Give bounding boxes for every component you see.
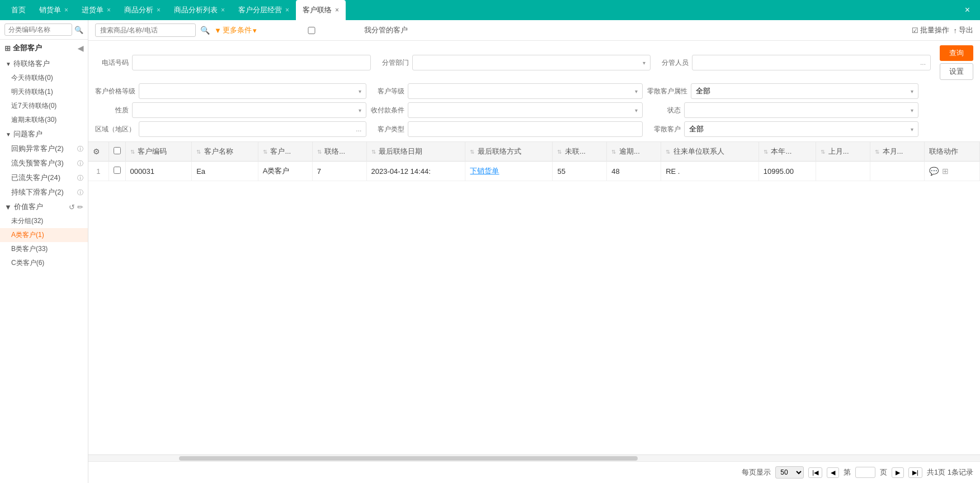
customer-code: 000031: [125, 162, 192, 181]
sidebar-item-c-class[interactable]: C类客户(6): [0, 256, 88, 270]
close-sales-tab-icon[interactable]: ×: [64, 6, 68, 14]
sort-icon-company: ⇅: [666, 149, 670, 155]
filter-nature-select[interactable]: ▾: [132, 102, 366, 118]
filter-person-label: 分管人员: [655, 58, 689, 68]
nav-tab-purchase[interactable]: 进货单 ×: [75, 0, 117, 20]
info-icon-3: ⓘ: [77, 174, 83, 182]
refresh-icon[interactable]: ↺: [69, 203, 75, 211]
filter-row-2: 客户价格等级 ▾ 客户等级 ▾ 零散客户属性 全部: [95, 83, 973, 99]
first-page-button[interactable]: |◀: [808, 467, 822, 478]
close-customer-seg-tab-icon[interactable]: ×: [285, 6, 289, 14]
filter-row-3: 性质 ▾ 收付款条件 ▾ 状态: [95, 102, 973, 118]
row-checkbox[interactable]: [114, 167, 121, 174]
nav-tab-analysis[interactable]: 商品分析 ×: [117, 0, 167, 20]
sidebar-item-b-class[interactable]: B类客户(33): [0, 242, 88, 256]
next-page-button[interactable]: ▶: [892, 467, 904, 478]
sidebar-item-tomorrow[interactable]: 明天待联络(1): [0, 85, 88, 99]
row-actions: 💬 ⊞: [929, 167, 975, 176]
table-header-row: ⚙ ⇅ 客户编码 ⇅ 客户名称: [88, 142, 980, 162]
my-customers-checkbox[interactable]: [261, 27, 362, 34]
filter-row-1: 电话号码 分管部门 ▾ 分管人员 ...: [95, 45, 973, 80]
all-customers-header[interactable]: ⊞ 全部客户 ◀: [0, 40, 88, 56]
filter-person: 分管人员 ...: [655, 55, 931, 70]
value-customers-group[interactable]: ▼ 价值客户 ↺ ✏: [0, 200, 88, 214]
last-page-button[interactable]: ▶|: [908, 467, 922, 478]
table-area: ⚙ ⇅ 客户编码 ⇅ 客户名称: [88, 142, 980, 454]
filter-customer-type-select[interactable]: [408, 121, 642, 137]
current-page-input[interactable]: 1: [855, 467, 875, 478]
horizontal-scrollbar[interactable]: [88, 454, 980, 461]
pending-contact-group[interactable]: ▼ 待联络客户: [0, 56, 88, 71]
filter-person-select[interactable]: ...: [692, 55, 931, 70]
sidebar-search-icon[interactable]: 🔍: [74, 26, 83, 34]
price-chevron-icon: ▾: [359, 88, 361, 94]
problem-customers-group[interactable]: ▼ 问题客户: [0, 127, 88, 141]
scrollbar-thumb[interactable]: [179, 456, 638, 461]
dept-chevron-icon: ▾: [643, 60, 646, 66]
row-num: 1: [88, 162, 109, 181]
search-button[interactable]: 查询: [940, 45, 973, 61]
setting-button[interactable]: 设置: [940, 63, 973, 80]
filter-status-label: 状态: [647, 106, 681, 115]
sidebar-item-today[interactable]: 今天待联络(0): [0, 71, 88, 85]
filter-price-select[interactable]: ▾: [139, 83, 366, 99]
grid-action-icon[interactable]: ⊞: [942, 167, 949, 176]
sidebar-item-unclassified[interactable]: 未分组(32): [0, 214, 88, 228]
per-page-select[interactable]: 50 100 200: [775, 466, 804, 479]
sidebar-item-churn-warning[interactable]: 流失预警客户(3) ⓘ: [0, 156, 88, 171]
col-last-contact-method: ⇅ 最后联络方式: [465, 142, 553, 162]
close-purchase-tab-icon[interactable]: ×: [107, 6, 111, 14]
prev-page-button[interactable]: ◀: [827, 467, 839, 478]
sidebar-item-repurchase[interactable]: 回购异常客户(2) ⓘ: [0, 141, 88, 156]
edit-icon[interactable]: ✏: [77, 203, 83, 211]
filter-status-select[interactable]: ▾: [684, 102, 918, 118]
toolbar-search-button[interactable]: 🔍: [200, 26, 210, 35]
batch-op-link[interactable]: ☑ 批量操作: [912, 25, 949, 35]
contact-method-link[interactable]: 下销货单: [470, 167, 499, 175]
chat-icon[interactable]: 💬: [929, 167, 939, 176]
sort-icon-method: ⇅: [470, 149, 474, 155]
grid-icon: ⊞: [4, 44, 11, 53]
close-analysis-tab-icon[interactable]: ×: [157, 6, 161, 14]
column-settings-button[interactable]: ⚙: [93, 147, 100, 156]
filter-customer-level-select[interactable]: ▾: [408, 83, 642, 99]
retail-chevron-icon: ▾: [911, 126, 913, 132]
filter-dept-label: 分管部门: [375, 58, 409, 68]
nav-tab-home[interactable]: 首页: [4, 0, 32, 20]
row-checkbox-cell: [109, 162, 125, 181]
filter-phone-input[interactable]: [132, 55, 371, 70]
my-customers-checkbox-label[interactable]: 我分管的客户: [261, 25, 408, 35]
close-customer-contact-tab-icon[interactable]: ×: [335, 6, 339, 14]
col-checkbox: [109, 142, 125, 162]
toolbar-search-input[interactable]: [95, 23, 196, 37]
sidebar-item-overdue[interactable]: 逾期未联络(30): [0, 113, 88, 127]
export-link[interactable]: ↑ 导出: [954, 25, 974, 35]
nav-tab-sales[interactable]: 销货单 ×: [32, 0, 75, 20]
nav-tab-customer-contact[interactable]: 客户联络 ×: [296, 0, 346, 20]
col-last-month: ⇅ 上月...: [816, 142, 870, 162]
close-analysis-list-tab-icon[interactable]: ×: [221, 6, 225, 14]
filter-price-level: 客户价格等级 ▾: [95, 83, 366, 99]
table-row: 1 000031 Ea A类客户 7 2023-04-12 14:44: 下销货…: [88, 162, 980, 181]
filter-retail-prop-select[interactable]: 全部 ▾: [691, 83, 918, 99]
contact-count-cell: 7: [312, 162, 366, 181]
filter-customer-type-label: 客户类型: [371, 125, 404, 134]
sidebar-item-churned[interactable]: 已流失客户(24) ⓘ: [0, 171, 88, 185]
sidebar: 🔍 ⊞ 全部客户 ◀ ▼ 待联络客户 今天待联络(0) 明天待联络(1) 近7天…: [0, 20, 88, 483]
filter-retail-select[interactable]: 全部 ▾: [684, 121, 918, 137]
select-all-checkbox[interactable]: [114, 147, 121, 154]
sidebar-item-a-class[interactable]: A类客户(1): [0, 228, 88, 242]
collapse-icon[interactable]: ◀: [78, 44, 83, 53]
filter-payment-select[interactable]: ▾: [408, 102, 642, 118]
filter-region-select[interactable]: ...: [139, 121, 366, 137]
more-filters-button[interactable]: ▼ 更多条件 ▾: [214, 25, 257, 35]
sidebar-item-declining[interactable]: 持续下滑客户(2) ⓘ: [0, 185, 88, 200]
sidebar-search-input[interactable]: [4, 23, 72, 36]
window-close-icon[interactable]: ×: [959, 5, 976, 15]
nav-tab-analysis-list[interactable]: 商品分析列表 ×: [167, 0, 232, 20]
nav-tab-customer-seg[interactable]: 客户分层经营 ×: [232, 0, 296, 20]
sidebar-item-7days[interactable]: 近7天待联络(0): [0, 99, 88, 113]
payment-chevron-icon: ▾: [635, 107, 638, 113]
filter-dept-select[interactable]: ▾: [412, 55, 651, 70]
filter-dept: 分管部门 ▾: [375, 55, 651, 70]
